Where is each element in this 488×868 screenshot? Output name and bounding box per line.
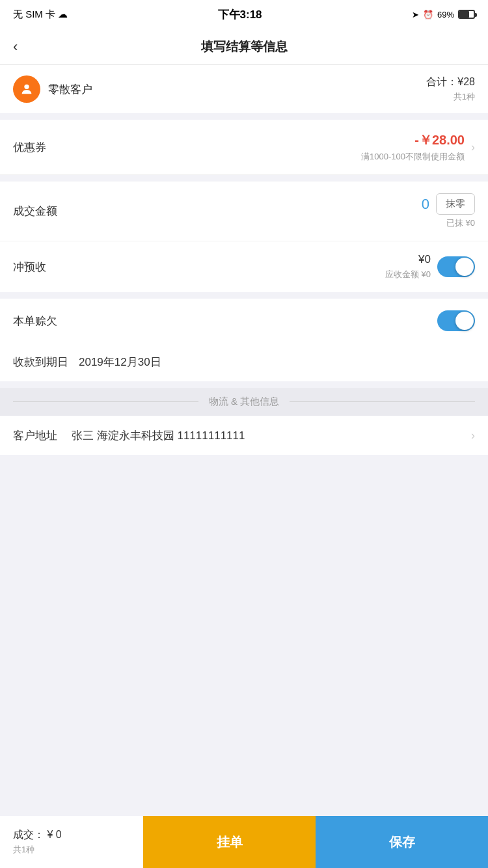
- coupon-right: -￥28.00 满1000-100不限制使用金额 ›: [361, 131, 475, 163]
- prepay-sub: 应收金额 ¥0: [385, 269, 431, 280]
- address-row[interactable]: 客户地址 张三 海淀永丰科技园 11111111111 ›: [0, 416, 488, 455]
- sim-label: 无 SIM 卡 ☁: [13, 8, 68, 21]
- deal-amount-value[interactable]: 0: [422, 196, 429, 213]
- bottom-deal-row: 成交： ¥ 0: [13, 828, 130, 842]
- prepay-toggle-knob: [455, 258, 474, 276]
- customer-row: 零散客户 合计：¥28 共1种: [0, 65, 488, 113]
- coupon-row[interactable]: 优惠券 -￥28.00 满1000-100不限制使用金额 ›: [0, 120, 488, 175]
- customer-count: 共1种: [426, 91, 475, 103]
- bottom-info: 成交： ¥ 0 共1种: [0, 828, 143, 856]
- coupon-label: 优惠券: [13, 140, 46, 155]
- customer-total-area: 合计：¥28 共1种: [426, 75, 475, 103]
- bottom-deal-label: 成交：: [13, 829, 44, 840]
- location-icon: ➤: [412, 10, 419, 20]
- customer-avatar: [13, 75, 40, 103]
- duedate-label: 收款到期日: [13, 355, 68, 370]
- coupon-value-area: -￥28.00 满1000-100不限制使用金额: [361, 131, 465, 163]
- prepay-row: 冲预收 ¥0 应收金额 ¥0: [0, 241, 488, 292]
- page-title: 填写结算等信息: [201, 38, 288, 55]
- battery-icon: [458, 10, 475, 19]
- coupon-section: 优惠券 -￥28.00 满1000-100不限制使用金额 ›: [0, 120, 488, 175]
- logistics-section-header: 物流 & 其他信息: [0, 388, 488, 416]
- coupon-discount: -￥28.00: [361, 131, 465, 149]
- debt-toggle[interactable]: [437, 310, 475, 331]
- deal-amount-right: 0 抹零 已抹 ¥0: [422, 193, 475, 229]
- deal-amount-top: 0 抹零: [422, 193, 475, 215]
- svg-point-0: [24, 85, 29, 89]
- save-button[interactable]: 保存: [316, 816, 488, 868]
- empty-space: [0, 455, 488, 598]
- amount-section: 成交金额 0 抹零 已抹 ¥0 冲预收 ¥0 应收金额 ¥0: [0, 182, 488, 292]
- status-left: 无 SIM 卡 ☁: [13, 8, 68, 21]
- divider-left: [13, 401, 198, 402]
- coupon-desc: 满1000-100不限制使用金额: [361, 151, 465, 163]
- customer-left: 零散客户: [13, 75, 92, 103]
- debt-section: 本单赊欠 收款到期日 2019年12月30日: [0, 299, 488, 381]
- prepay-value: ¥0: [385, 253, 431, 266]
- duedate-row: 收款到期日 2019年12月30日: [0, 343, 488, 381]
- bottom-deal-count: 共1种: [13, 844, 130, 856]
- back-button[interactable]: ‹: [13, 38, 18, 55]
- debt-label: 本单赊欠: [13, 314, 57, 329]
- status-right: ➤ ⏰ 69%: [412, 10, 475, 20]
- round-button[interactable]: 抹零: [436, 193, 475, 215]
- alarm-icon: ⏰: [423, 10, 433, 20]
- coupon-chevron-icon: ›: [471, 141, 475, 154]
- deal-amount-row: 成交金额 0 抹零 已抹 ¥0: [0, 182, 488, 241]
- address-chevron-icon: ›: [471, 429, 475, 442]
- divider-right: [290, 401, 475, 402]
- address-label: 客户地址: [13, 428, 65, 443]
- status-bar: 无 SIM 卡 ☁ 下午3:18 ➤ ⏰ 69%: [0, 0, 488, 29]
- status-time: 下午3:18: [218, 7, 262, 22]
- deal-amount-label: 成交金额: [13, 204, 57, 219]
- logistics-header-text: 物流 & 其他信息: [209, 396, 279, 408]
- prepay-top: ¥0 应收金额 ¥0: [385, 253, 475, 280]
- hold-button[interactable]: 挂单: [143, 816, 316, 868]
- content: 零散客户 合计：¥28 共1种 优惠券 -￥28.00 满1000-100不限制…: [0, 65, 488, 663]
- customer-name: 零散客户: [48, 82, 92, 97]
- duedate-value[interactable]: 2019年12月30日: [79, 355, 161, 370]
- bottom-deal-value: ¥ 0: [47, 829, 61, 840]
- prepay-toggle[interactable]: [437, 256, 475, 277]
- debt-row: 本单赊欠: [0, 299, 488, 343]
- battery-label: 69%: [437, 10, 454, 20]
- address-value: 张三 海淀永丰科技园 11111111111: [72, 428, 471, 443]
- nav-bar: ‹ 填写结算等信息: [0, 29, 488, 65]
- prepay-label: 冲预收: [13, 260, 46, 275]
- deal-amount-sub: 已抹 ¥0: [446, 217, 475, 229]
- debt-toggle-knob: [455, 312, 474, 330]
- prepay-right: ¥0 应收金额 ¥0: [385, 253, 475, 280]
- customer-total: 合计：¥28: [426, 75, 475, 89]
- bottom-bar: 成交： ¥ 0 共1种 挂单 保存: [0, 816, 488, 868]
